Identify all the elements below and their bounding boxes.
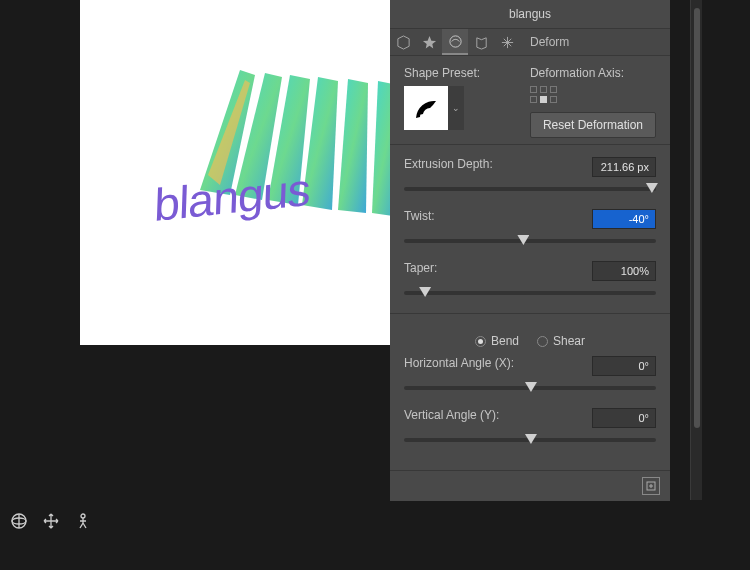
tab-scene-icon[interactable]: [494, 29, 520, 55]
shape-preset-dropdown[interactable]: ⌄: [448, 86, 464, 130]
shear-radio[interactable]: Shear: [537, 334, 585, 348]
vertical-angle-slider[interactable]: [404, 432, 656, 448]
taper-input[interactable]: [592, 261, 656, 281]
horizontal-angle-input[interactable]: [592, 356, 656, 376]
deformation-axis-grid[interactable]: [530, 86, 656, 104]
extrusion-depth-input[interactable]: [592, 157, 656, 177]
tab-star-icon[interactable]: [416, 29, 442, 55]
panel-title: blangus: [390, 0, 670, 28]
taper-slider[interactable]: [404, 285, 656, 301]
tab-deform-icon[interactable]: [442, 29, 468, 55]
extrusion-depth-slider[interactable]: [404, 181, 656, 197]
properties-panel: blangus Deform Shape Preset: ⌄ Deformati…: [390, 0, 670, 501]
svg-point-0: [449, 35, 460, 46]
extrusion-depth-label: Extrusion Depth:: [404, 157, 493, 171]
taper-label: Taper:: [404, 261, 437, 275]
twist-input[interactable]: [592, 209, 656, 229]
horizontal-angle-slider[interactable]: [404, 380, 656, 396]
tab-cap-icon[interactable]: [468, 29, 494, 55]
deformation-axis-label: Deformation Axis:: [530, 66, 656, 80]
reset-deformation-button[interactable]: Reset Deformation: [530, 112, 656, 138]
tab-mesh-icon[interactable]: [390, 29, 416, 55]
shape-preset-label: Shape Preset:: [404, 66, 480, 80]
walk-icon[interactable]: [72, 510, 94, 532]
viewport-tools: [8, 510, 94, 532]
pan-icon[interactable]: [40, 510, 62, 532]
panel-tabs: Deform: [390, 28, 670, 56]
panel-menu-icon[interactable]: [642, 477, 660, 495]
orbit-icon[interactable]: [8, 510, 30, 532]
vertical-angle-input[interactable]: [592, 408, 656, 428]
horizontal-angle-label: Horizontal Angle (X):: [404, 356, 514, 370]
twist-slider[interactable]: [404, 233, 656, 249]
bend-radio[interactable]: Bend: [475, 334, 519, 348]
tab-active-label: Deform: [520, 35, 579, 49]
side-scrollbar[interactable]: [690, 0, 702, 500]
vertical-angle-label: Vertical Angle (Y):: [404, 408, 499, 422]
twist-label: Twist:: [404, 209, 435, 223]
svg-point-4: [81, 514, 85, 518]
shape-preset-swatch[interactable]: [404, 86, 448, 130]
